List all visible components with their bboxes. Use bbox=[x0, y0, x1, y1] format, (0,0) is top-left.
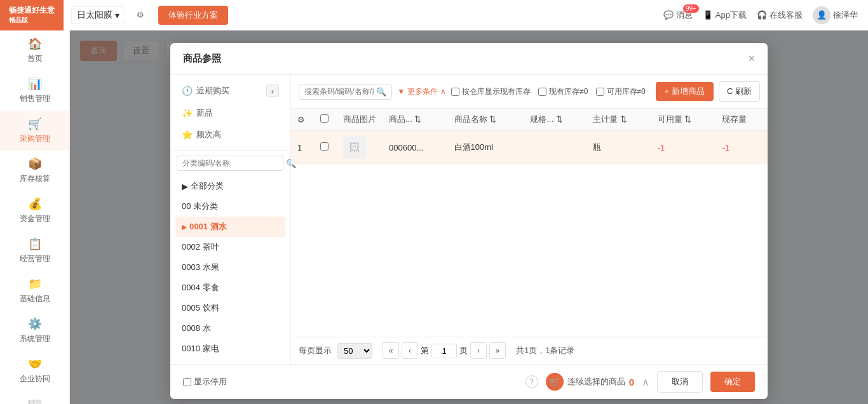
page-input[interactable] bbox=[431, 344, 457, 358]
sidebar-item-label: 经营管理 bbox=[20, 253, 50, 264]
first-page-btn[interactable]: « bbox=[383, 342, 399, 359]
tab-label: 频次高 bbox=[196, 129, 221, 140]
th-unit[interactable]: 主计量 ⇅ bbox=[587, 109, 651, 131]
online-service-btn[interactable]: 🎧 在线客服 bbox=[757, 10, 803, 21]
td-name: 白酒100ml bbox=[448, 131, 524, 165]
cancel-btn[interactable]: 取消 bbox=[657, 371, 703, 393]
sidebar-item-enterprise[interactable]: 🤝 企业协同 bbox=[0, 351, 69, 391]
collapse-btn[interactable]: ‹ bbox=[266, 84, 279, 97]
content-area: 查询 设置 刷新 商品参照 × 🕐 bbox=[70, 30, 868, 404]
settings-icon[interactable]: ⚙ bbox=[130, 5, 151, 25]
sidebar-item-finance[interactable]: 💰 资金管理 bbox=[0, 191, 69, 231]
td-num: 1 bbox=[291, 131, 314, 165]
cat-item-appliance[interactable]: 0010 家电 bbox=[175, 339, 285, 359]
product-search-box[interactable]: 🔍 bbox=[299, 84, 392, 100]
filter-label: 更多条件 bbox=[407, 86, 438, 97]
modal-close-btn[interactable]: × bbox=[748, 52, 755, 65]
modal-overlay: 商品参照 × 🕐 近期购买 ‹ bbox=[70, 30, 868, 404]
th-settings[interactable]: ⚙ bbox=[291, 109, 314, 131]
prev-page-btn[interactable]: ‹ bbox=[402, 342, 418, 359]
headset-icon: 🎧 bbox=[757, 10, 767, 20]
cat-label: 0004 零食 bbox=[182, 282, 219, 293]
product-search-input[interactable] bbox=[304, 87, 374, 96]
more-filter-btn[interactable]: ▼ 更多条件 ∧ bbox=[397, 86, 446, 97]
refresh-btn[interactable]: C 刷新 bbox=[719, 81, 760, 102]
td-spec bbox=[524, 131, 587, 165]
filter-checkboxes: 按仓库显示现有库存 现有库存≠0 可用库存≠0 bbox=[451, 86, 646, 97]
tab-recent-purchase[interactable]: 🕐 近期购买 ‹ bbox=[175, 80, 285, 102]
next-page-btn[interactable]: › bbox=[470, 342, 487, 359]
sidebar-item-basics[interactable]: 📁 基础信息 bbox=[0, 271, 69, 311]
confirm-btn[interactable]: 确定 bbox=[710, 372, 755, 392]
cat-item-tea[interactable]: 0002 茶叶 bbox=[175, 237, 285, 257]
new-icon: ✨ bbox=[182, 108, 193, 118]
cat-label: 0005 饮料 bbox=[182, 302, 219, 314]
sidebar-item-operations[interactable]: 📋 经营管理 bbox=[0, 231, 69, 271]
cart-count: 0 bbox=[629, 377, 634, 387]
page-label: 第 bbox=[421, 345, 429, 356]
tab-frequent[interactable]: ⭐ 频次高 bbox=[175, 125, 285, 145]
show-disabled-checkbox-wrap[interactable]: 显示停用 bbox=[183, 376, 227, 387]
sidebar-item-inventory[interactable]: 📦 库存核算 bbox=[0, 151, 69, 191]
sidebar-item-home[interactable]: 🏠 首页 bbox=[0, 30, 69, 71]
show-disabled-checkbox[interactable] bbox=[183, 378, 191, 386]
sidebar-item-label: 企业协同 bbox=[20, 374, 50, 384]
messages-btn[interactable]: 💬 消息 99+ bbox=[663, 10, 693, 21]
select-all-checkbox[interactable] bbox=[320, 114, 329, 123]
th-product-code[interactable]: 商品... ⇅ bbox=[383, 109, 448, 131]
sidebar-item-system[interactable]: ⚙️ 系统管理 bbox=[0, 311, 69, 351]
last-page-btn[interactable]: » bbox=[489, 342, 506, 359]
sales-icon: 📊 bbox=[28, 77, 42, 91]
checkbox-available-stock[interactable]: 可用库存≠0 bbox=[596, 86, 646, 97]
sidebar-item-purchase[interactable]: 🛒 采购管理 bbox=[0, 111, 69, 151]
th-spec[interactable]: 规格... ⇅ bbox=[524, 109, 587, 131]
product-table: ⚙ 商品图片 商品... ⇅ bbox=[291, 109, 768, 165]
th-product-name[interactable]: 商品名称 ⇅ bbox=[448, 109, 524, 131]
product-image: 🖼 bbox=[343, 136, 366, 159]
row-checkbox[interactable] bbox=[320, 142, 329, 151]
table-row[interactable]: 1 🖼 000600... 白酒100ml 瓶 bbox=[291, 131, 768, 165]
sidebar-item-label: 基础信息 bbox=[20, 293, 50, 304]
basics-icon: 📁 bbox=[28, 277, 42, 291]
experience-btn[interactable]: 体验行业方案 bbox=[158, 6, 228, 25]
checkbox-current-stock[interactable]: 现有库存≠0 bbox=[538, 86, 588, 97]
cat-item-beverage[interactable]: 0005 饮料 bbox=[175, 298, 285, 318]
warehouse-stock-checkbox[interactable] bbox=[451, 88, 459, 96]
modal-toolbar: 🔍 ▼ 更多条件 ∧ 按仓库显示现有库存 bbox=[291, 75, 768, 109]
sidebar-item-sales[interactable]: 📊 销售管理 bbox=[0, 71, 69, 111]
page-suffix: 页 bbox=[459, 345, 468, 356]
add-product-btn[interactable]: + 新增商品 bbox=[656, 82, 714, 101]
branch-selector[interactable]: 日太阳膜 ▾ bbox=[71, 6, 125, 24]
cat-item-uncategorized[interactable]: 00 未分类 bbox=[175, 196, 285, 217]
cat-item-water[interactable]: 0008 水 bbox=[175, 318, 285, 339]
current-stock-checkbox[interactable] bbox=[538, 88, 546, 96]
search-icon[interactable]: 🔍 bbox=[376, 87, 386, 97]
pagination: 每页显示 50 10 20 100 « ‹ 第 bbox=[291, 337, 768, 364]
th-available[interactable]: 可用量 ⇅ bbox=[651, 109, 716, 131]
help-icon[interactable]: ? bbox=[526, 375, 538, 388]
cat-label: 0002 茶叶 bbox=[182, 241, 219, 253]
available-stock-checkbox[interactable] bbox=[596, 88, 604, 96]
chevron-down-icon: ▾ bbox=[115, 10, 119, 20]
system-icon: ⚙️ bbox=[28, 317, 42, 331]
sort-icon: ⇅ bbox=[414, 114, 421, 124]
cat-label: 0010 家电 bbox=[182, 343, 219, 354]
th-product-image: 商品图片 bbox=[337, 109, 383, 131]
cat-item-all[interactable]: ▶ 全部分类 bbox=[175, 176, 285, 196]
tab-new-products[interactable]: ✨ 新品 bbox=[175, 103, 285, 123]
page-size-select[interactable]: 50 10 20 100 bbox=[337, 343, 372, 359]
cat-item-liquor[interactable]: ▶ 0001 酒水 bbox=[175, 217, 285, 237]
logo-text: 畅捷通好生意 bbox=[9, 5, 55, 16]
app-download-btn[interactable]: 📱 App下载 bbox=[703, 10, 747, 21]
cat-item-snack[interactable]: 0004 零食 bbox=[175, 278, 285, 298]
user-menu[interactable]: 👤 徐泽华 bbox=[813, 6, 858, 24]
checkbox-warehouse-stock[interactable]: 按仓库显示现有库存 bbox=[451, 86, 531, 97]
modal-footer: 显示停用 ? 🛒 连续选择的商品 0 ∧ 取消 确定 bbox=[170, 364, 768, 399]
cat-item-fruit[interactable]: 0003 水果 bbox=[175, 257, 285, 278]
cat-label: 0003 水果 bbox=[182, 262, 219, 273]
sidebar-item-guide[interactable]: 📖 新手引导 bbox=[0, 391, 69, 404]
footer-collapse-btn[interactable]: ∧ bbox=[642, 376, 649, 388]
td-checkbox[interactable] bbox=[314, 131, 337, 165]
category-search-input[interactable] bbox=[177, 156, 283, 171]
guide-icon: 📖 bbox=[28, 397, 42, 404]
